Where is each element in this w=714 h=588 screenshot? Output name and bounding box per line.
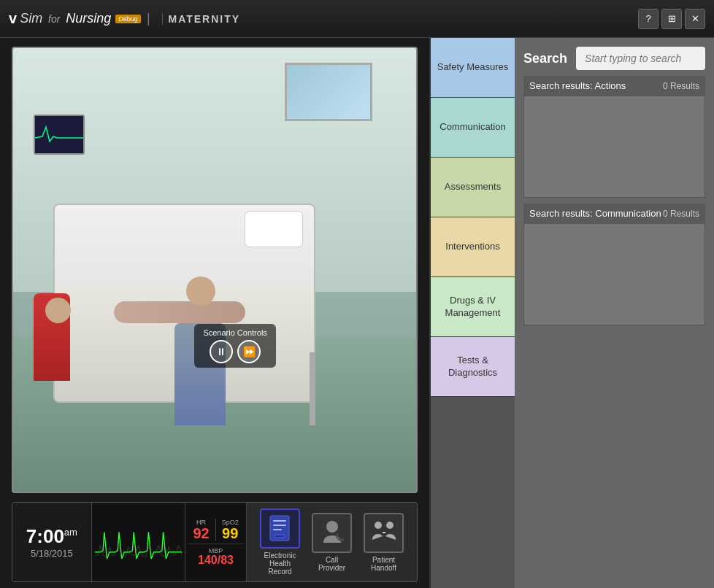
- search-input[interactable]: [576, 47, 705, 70]
- results-title-communication: Search results: Communication: [529, 208, 661, 219]
- results-body-communication: [523, 223, 705, 325]
- app-title: vSim for Nursing Debug | MATERNITY: [9, 10, 240, 27]
- search-panel: Search Search results: Actions 0 Results: [515, 38, 714, 588]
- monitor-screen: [34, 115, 85, 155]
- ehr-label: ElectronicHealth Record: [260, 552, 300, 576]
- fast-forward-button[interactable]: ⏩: [237, 340, 261, 363]
- time-display: 7:00am 5/18/2015: [12, 503, 92, 581]
- svg-text:📞: 📞: [335, 533, 345, 542]
- nurse1-head: [45, 298, 71, 323]
- svg-rect-4: [273, 525, 286, 526]
- debug-badge: Debug: [115, 15, 141, 23]
- svg-point-7: [326, 521, 338, 533]
- category-assessments[interactable]: Assessments: [431, 158, 515, 217]
- title-separator: |: [147, 11, 150, 26]
- bed-pillow: [245, 211, 303, 247]
- app-for: for: [45, 13, 63, 25]
- svg-point-9: [375, 522, 382, 529]
- vitals-display: HR 92 SpO2 99 MBP 140/83: [185, 503, 247, 581]
- vitals-divider-v: [215, 519, 216, 541]
- patient-handoff-label: PatientHandoff: [371, 556, 396, 572]
- call-provider-icon: 📞: [312, 513, 352, 553]
- patient-handoff-button[interactable]: PatientHandoff: [358, 510, 410, 575]
- hr-display: HR 92: [193, 519, 209, 541]
- svg-rect-0: [35, 116, 83, 153]
- hr-label: HR: [196, 519, 206, 526]
- mbp-display: MBP 140/83: [198, 547, 234, 566]
- hr-value: 92: [193, 526, 209, 541]
- results-header-communication: Search results: Communication 0 Results: [523, 204, 705, 223]
- ehr-icon: [260, 508, 300, 549]
- results-count-communication: 0 Results: [663, 209, 699, 219]
- search-results: Search results: Actions 0 Results Search…: [515, 76, 714, 588]
- svg-rect-6: [275, 535, 285, 538]
- svg-rect-5: [273, 529, 282, 530]
- pause-button[interactable]: ⏸: [210, 340, 233, 363]
- app-sim: Sim: [20, 11, 42, 26]
- category-interventions[interactable]: Interventions: [431, 217, 515, 277]
- simulation-area: Scenario Controls ⏸ ⏩ 7:00am 5/18/2015: [0, 38, 429, 588]
- search-label: Search: [523, 51, 567, 66]
- spo2-value: 99: [222, 526, 238, 541]
- main-content: Scenario Controls ⏸ ⏩ 7:00am 5/18/2015: [0, 38, 714, 588]
- search-header: Search: [515, 38, 714, 76]
- hospital-room: Scenario Controls ⏸ ⏩: [13, 48, 416, 492]
- titlebar-controls: ? ⊞ ✕: [638, 9, 705, 29]
- results-header-actions: Search results: Actions 0 Results: [523, 76, 705, 96]
- svg-point-10: [386, 522, 394, 529]
- vitals-divider-h: [188, 543, 243, 544]
- category-tests[interactable]: Tests & Diagnostics: [431, 337, 515, 397]
- nurse2-head: [186, 276, 215, 306]
- mbp-value: 140/83: [198, 554, 234, 566]
- grid-button[interactable]: ⊞: [661, 9, 682, 29]
- patient-figure: [114, 301, 245, 323]
- iv-stand: [310, 352, 315, 425]
- help-button[interactable]: ?: [638, 9, 659, 29]
- maternity-label: MATERNITY: [162, 13, 241, 25]
- svg-rect-1: [95, 519, 182, 565]
- app-nursing: Nursing: [66, 11, 111, 26]
- category-nav: Safety Measures Communication Assessment…: [431, 38, 515, 588]
- spo2-label: SpO2: [222, 519, 239, 526]
- app-v: v: [9, 10, 17, 27]
- scenario-controls-buttons: ⏸ ⏩: [203, 340, 266, 363]
- call-provider-button[interactable]: 📞 Call Provider: [306, 510, 358, 575]
- call-provider-label: Call Provider: [312, 556, 352, 572]
- scenario-controls: Scenario Controls ⏸ ⏩: [194, 324, 275, 368]
- sim-viewport: Scenario Controls ⏸ ⏩: [12, 47, 418, 493]
- spo2-display: SpO2 99: [222, 519, 239, 541]
- patient-handoff-icon: [364, 513, 404, 553]
- window: [285, 63, 372, 121]
- ehr-button[interactable]: ElectronicHealth Record: [254, 506, 306, 579]
- results-section-communication: Search results: Communication 0 Results: [523, 204, 705, 325]
- right-panel-inner: Safety Measures Communication Assessment…: [431, 38, 714, 588]
- action-buttons: ElectronicHealth Record 📞 Call Provider: [247, 503, 417, 581]
- results-body-actions: [523, 96, 705, 198]
- mbp-label: MBP: [209, 547, 223, 554]
- date-value: 5/18/2015: [31, 548, 73, 559]
- category-communication[interactable]: Communication: [431, 98, 515, 158]
- svg-rect-3: [273, 520, 286, 522]
- ecg-display: [92, 503, 185, 581]
- category-safety[interactable]: Safety Measures: [431, 38, 515, 98]
- time-ampm: am: [64, 527, 77, 538]
- vitals-top-row: HR 92 SpO2 99: [193, 519, 238, 541]
- time-value: 7:00am: [26, 525, 77, 548]
- titlebar: vSim for Nursing Debug | MATERNITY ? ⊞ ✕: [0, 0, 714, 38]
- search-input-wrap: [576, 47, 705, 70]
- results-section-actions: Search results: Actions 0 Results: [523, 76, 705, 198]
- results-count-actions: 0 Results: [663, 81, 699, 91]
- scenario-controls-label: Scenario Controls: [203, 328, 266, 337]
- close-button[interactable]: ✕: [685, 9, 705, 29]
- results-title-actions: Search results: Actions: [529, 80, 626, 91]
- status-bar: 7:00am 5/18/2015 HR 92: [12, 502, 418, 582]
- right-panel: Safety Measures Communication Assessment…: [429, 38, 714, 588]
- category-drugs[interactable]: Drugs & IV Management: [431, 277, 515, 337]
